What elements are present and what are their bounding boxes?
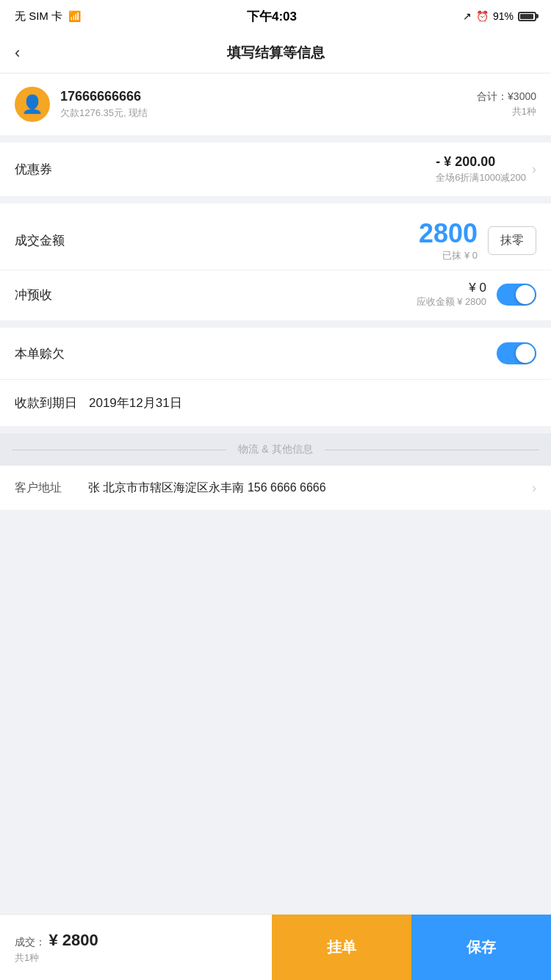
location-icon: ↗ bbox=[463, 10, 472, 22]
gray-area bbox=[0, 510, 551, 627]
round-button[interactable]: 抹零 bbox=[488, 226, 536, 255]
prepay-receivable: 应收金额 ¥ 2800 bbox=[417, 295, 486, 309]
carrier-label: 无 SIM 卡 bbox=[15, 10, 62, 24]
due-date-value: 2019年12月31日 bbox=[89, 394, 182, 411]
amount-section: 成交金额 2800 已抹 ¥ 0 抹零 冲预收 ¥ 0 应收金额 ¥ 2800 bbox=[0, 203, 551, 320]
address-value: 张 北京市市辖区海淀区永丰南 156 6666 6666 bbox=[88, 479, 517, 497]
due-date-label: 收款到期日 bbox=[15, 394, 77, 411]
avatar: 👤 bbox=[15, 87, 50, 122]
coupon-detail: 全场6折满1000减200 bbox=[436, 171, 526, 184]
credit-row: 本单赊欠 bbox=[0, 328, 551, 379]
back-button[interactable]: ‹ bbox=[15, 43, 44, 62]
address-label: 客户地址 bbox=[15, 480, 73, 496]
amount-right: 2800 已抹 ¥ 0 抹零 bbox=[419, 218, 536, 262]
total-amount: ¥3000 bbox=[508, 90, 536, 102]
page-title: 填写结算等信息 bbox=[227, 43, 325, 62]
content-area: 👤 17666666666 欠款1276.35元, 现结 合计：¥3000 共1… bbox=[0, 73, 551, 693]
total-label: 合计：¥3000 bbox=[477, 90, 536, 104]
save-button[interactable]: 保存 bbox=[411, 915, 551, 981]
prepay-amount: ¥ 0 bbox=[417, 281, 486, 295]
customer-details: 17666666666 欠款1276.35元, 现结 bbox=[60, 89, 148, 120]
bottom-deal-row: 成交： ¥ 2800 bbox=[15, 931, 257, 950]
separator-line-left bbox=[12, 450, 226, 450]
status-bar: 无 SIM 卡 📶 下午4:03 ↗ ⏰ 91% bbox=[0, 0, 551, 32]
coupon-label: 优惠券 bbox=[15, 161, 52, 178]
amount-row: 成交金额 2800 已抹 ¥ 0 抹零 bbox=[0, 203, 551, 270]
prepay-row: 冲预收 ¥ 0 应收金额 ¥ 2800 bbox=[0, 270, 551, 320]
status-left: 无 SIM 卡 📶 bbox=[15, 10, 81, 24]
separator-line-right bbox=[325, 450, 539, 450]
prepay-right: ¥ 0 应收金额 ¥ 2800 bbox=[417, 281, 536, 309]
toggle-knob bbox=[516, 285, 535, 304]
coupon-arrow-icon: › bbox=[532, 162, 536, 177]
bottom-bar: 成交： ¥ 2800 共1种 挂单 保存 bbox=[0, 914, 551, 980]
divider-1 bbox=[0, 135, 551, 143]
address-row[interactable]: 客户地址 张 北京市市辖区海淀区永丰南 156 6666 6666 › bbox=[0, 466, 551, 510]
customer-card: 👤 17666666666 欠款1276.35元, 现结 合计：¥3000 共1… bbox=[0, 73, 551, 135]
prepay-label: 冲预收 bbox=[15, 287, 52, 303]
due-date-row: 收款到期日 2019年12月31日 bbox=[0, 379, 551, 426]
amount-value: 2800 bbox=[419, 218, 478, 249]
customer-phone: 17666666666 bbox=[60, 89, 148, 104]
status-time: 下午4:03 bbox=[247, 8, 297, 25]
bottom-deal-label: 成交： bbox=[15, 936, 46, 948]
coupon-info: - ¥ 200.00 全场6折满1000减200 bbox=[436, 154, 526, 184]
credit-toggle[interactable] bbox=[497, 342, 536, 364]
logistics-separator: 物流 & 其他信息 bbox=[0, 433, 551, 466]
coupon-discount: - ¥ 200.00 bbox=[436, 154, 526, 170]
amount-rounded: 已抹 ¥ 0 bbox=[419, 249, 478, 262]
alarm-icon: ⏰ bbox=[476, 10, 489, 22]
address-arrow-icon: › bbox=[532, 480, 536, 496]
credit-toggle-knob bbox=[516, 344, 535, 363]
amount-value-wrap: 2800 已抹 ¥ 0 bbox=[419, 218, 478, 262]
total-count: 共1种 bbox=[477, 105, 536, 118]
coupon-right: - ¥ 200.00 全场6折满1000减200 › bbox=[436, 154, 536, 184]
bottom-deal-amount: ¥ 2800 bbox=[48, 931, 98, 949]
coupon-row[interactable]: 优惠券 - ¥ 200.00 全场6折满1000减200 › bbox=[0, 143, 551, 196]
credit-label: 本单赊欠 bbox=[15, 345, 65, 362]
wifi-icon: 📶 bbox=[68, 10, 81, 22]
bottom-count: 共1种 bbox=[15, 951, 257, 965]
battery-label: 91% bbox=[493, 10, 514, 22]
logistics-label: 物流 & 其他信息 bbox=[238, 443, 312, 456]
prepay-toggle[interactable] bbox=[497, 284, 536, 306]
prepay-amount-wrap: ¥ 0 应收金额 ¥ 2800 bbox=[417, 281, 486, 309]
status-right: ↗ ⏰ 91% bbox=[463, 10, 536, 22]
customer-info-right: 合计：¥3000 共1种 bbox=[477, 90, 536, 118]
battery-icon bbox=[518, 12, 536, 21]
amount-label: 成交金额 bbox=[15, 232, 65, 249]
customer-info-left: 👤 17666666666 欠款1276.35元, 现结 bbox=[15, 87, 148, 122]
customer-debt: 欠款1276.35元, 现结 bbox=[60, 107, 148, 120]
hang-button[interactable]: 挂单 bbox=[272, 915, 411, 981]
bottom-info: 成交： ¥ 2800 共1种 bbox=[0, 931, 272, 965]
nav-bar: ‹ 填写结算等信息 bbox=[0, 32, 551, 73]
